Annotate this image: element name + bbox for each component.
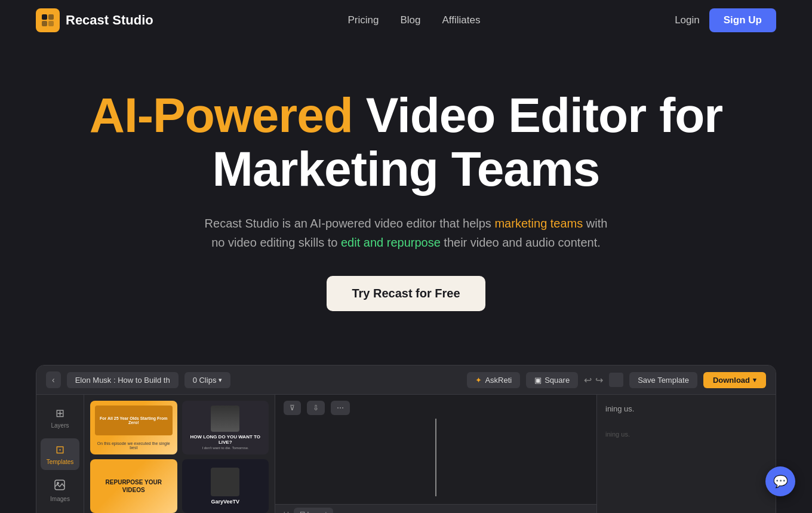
try-free-button[interactable]: Try Recast for Free (327, 276, 485, 311)
navbar: Recast Studio Pricing Blog Affiliates Lo… (0, 0, 812, 41)
template-thumb-2[interactable]: HOW LONG DO YOU WANT TO LIVE? I don't wa… (182, 401, 269, 454)
subtitle-link-edit[interactable]: edit and repurpose (341, 236, 441, 249)
chat-icon: 💬 (773, 474, 788, 489)
nav-pricing[interactable]: Pricing (347, 14, 379, 26)
back-button[interactable]: ‹ (46, 371, 61, 388)
template-thumb-4[interactable]: GaryVeeTV (182, 459, 269, 513)
template-panel: For All 25 Year Olds Starting From Zero!… (84, 395, 275, 513)
right-panel-text: ining us. ining us. (605, 403, 767, 440)
redo-icon[interactable]: ↪ (595, 374, 603, 386)
canvas-toolbar: ⊽ ⇩ ⋯ (284, 401, 350, 415)
app-right-panel: ining us. ining us. (596, 395, 776, 513)
save-template-button[interactable]: Save Template (629, 372, 697, 388)
subtitle-link-marketing[interactable]: marketing teams (494, 217, 583, 230)
images-icon (54, 480, 65, 493)
layers-label: Layers (51, 422, 69, 429)
nav-blog[interactable]: Blog (400, 14, 420, 26)
app-title-chip: Elon Musk : How to Build th (67, 372, 179, 388)
hero-subtitle: Recast Studio is an AI-powered video edi… (197, 214, 615, 252)
layout-button[interactable]: ⊟ Layout (294, 508, 333, 513)
subtitle-before: Recast Studio is an AI-powered video edi… (205, 217, 491, 230)
nav-affiliates[interactable]: Affiliates (442, 14, 480, 26)
clips-chip: 0 Clips ▾ (184, 372, 231, 388)
logo-area[interactable]: Recast Studio (36, 8, 153, 32)
ai-chip[interactable]: ✦ AskReti (467, 372, 520, 388)
template-thumb-3[interactable]: REPURPOSE YOUR VIDEOS (90, 459, 177, 513)
images-label: Images (50, 496, 70, 502)
sidebar-templates[interactable]: ⊡ Templates (41, 438, 80, 470)
chat-widget[interactable]: 💬 (765, 466, 795, 496)
right-panel-filler: ining us. (605, 431, 630, 438)
svg-rect-0 (42, 14, 47, 20)
brand-name: Recast Studio (66, 13, 153, 28)
sidebar-images[interactable]: Images (44, 475, 76, 507)
subtitle-after: their video and audio content. (444, 236, 600, 249)
nav-actions: Login Sign Up (675, 8, 776, 32)
svg-rect-2 (42, 21, 47, 26)
canvas-tool-2[interactable]: ⇩ (307, 401, 325, 415)
clips-chevron-icon: ▾ (219, 376, 222, 384)
signup-button[interactable]: Sign Up (709, 8, 776, 32)
app-preview: ‹ Elon Musk : How to Build th 0 Clips ▾ … (36, 365, 776, 513)
logo-icon (36, 8, 60, 32)
svg-rect-3 (48, 21, 54, 26)
hero-title-highlight: AI-Powered (90, 88, 353, 142)
star-icon: ✦ (475, 376, 482, 385)
hero-section: AI-Powered Video Editor forMarketing Tea… (0, 41, 812, 341)
timeline-text: ld (284, 511, 289, 513)
layout-label: Layout (307, 511, 327, 513)
timeline-cursor (435, 419, 436, 496)
download-button[interactable]: Download ▾ (703, 372, 766, 388)
thumb-1-sublabel: On this episode we executed the single b… (95, 441, 173, 450)
app-canvas: ⊽ ⇩ ⋯ ld ⊟ Layout (275, 395, 596, 513)
canvas-tool-3[interactable]: ⋯ (331, 401, 350, 415)
login-link[interactable]: Login (675, 14, 700, 26)
square-chip[interactable]: ▣ Square (526, 372, 578, 388)
templates-icon: ⊡ (56, 443, 64, 456)
svg-rect-1 (48, 14, 54, 20)
sidebar-layers[interactable]: ⊞ Layers (45, 402, 75, 434)
hero-title: AI-Powered Video Editor forMarketing Tea… (36, 88, 776, 196)
layout-icon: ⊟ (300, 510, 305, 513)
templates-label: Templates (47, 459, 74, 465)
template-thumb-1[interactable]: For All 25 Year Olds Starting From Zero!… (90, 401, 177, 454)
layers-icon: ⊞ (56, 407, 64, 420)
download-chevron-icon: ▾ (753, 376, 756, 384)
app-topbar: ‹ Elon Musk : How to Build th 0 Clips ▾ … (36, 365, 776, 395)
undo-icon[interactable]: ↩ (584, 374, 592, 386)
app-body: ⊞ Layers ⊡ Templates Images T T (36, 395, 776, 513)
app-sidebar: ⊞ Layers ⊡ Templates Images T T (36, 395, 84, 513)
square-icon: ▣ (534, 376, 542, 385)
undo-redo: ↩ ↪ (584, 374, 603, 386)
canvas-timeline-bar: ld ⊟ Layout (275, 504, 596, 513)
canvas-tool-1[interactable]: ⊽ (284, 401, 301, 415)
nav-links: Pricing Blog Affiliates (347, 14, 480, 26)
template-save-icon (609, 373, 623, 387)
